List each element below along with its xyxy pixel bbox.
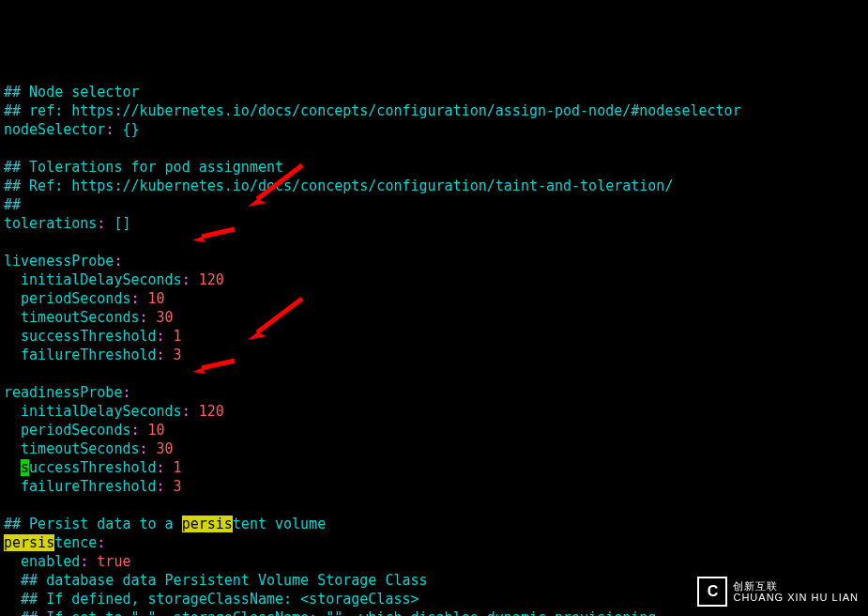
code-line: successThreshold: 1 (4, 328, 182, 345)
yaml-value: 3 (165, 478, 182, 495)
code-line: persistence: (4, 534, 105, 551)
yaml-value: {} (114, 121, 139, 138)
yaml-key: tolerations (4, 215, 97, 232)
code-line: periodSeconds: 10 (4, 290, 165, 307)
yaml-colon: : (182, 271, 190, 288)
yaml-value: 30 (148, 309, 174, 326)
yaml-colon: : (157, 478, 165, 495)
comment-text: ## Persist data to a (4, 516, 182, 532)
code-line: timeoutSeconds: 30 (4, 309, 174, 326)
yaml-colon: : (97, 534, 105, 551)
code-line: tolerations: [] (4, 215, 130, 232)
yaml-colon: : (182, 403, 190, 420)
yaml-value: 3 (165, 346, 182, 363)
yaml-colon: : (122, 384, 130, 401)
code-line: failureThreshold: 3 (4, 478, 182, 495)
yaml-value: 1 (165, 459, 182, 476)
yaml-indent (4, 459, 21, 476)
yaml-colon: : (157, 346, 165, 363)
yaml-key: enabled (4, 553, 80, 570)
code-line: ## (4, 196, 21, 213)
code-line: ## If set to "-", storageClassName: "", … (4, 609, 656, 616)
yaml-key: tence (54, 534, 97, 551)
yaml-colon: : (130, 422, 139, 439)
yaml-key: failureThreshold (4, 478, 157, 495)
yaml-value: [] (105, 215, 130, 232)
yaml-key: periodSeconds (4, 290, 130, 307)
editor-cursor: s (21, 459, 29, 476)
watermark-logo: C 创新互联 CHUANG XIN HU LIAN (697, 577, 859, 607)
code-line: timeoutSeconds: 30 (4, 440, 174, 457)
terminal-code-editor[interactable]: ## Node selector ## ref: https://kuberne… (4, 83, 864, 616)
code-line: successThreshold: 1 (4, 459, 182, 476)
yaml-key: successThreshold (4, 328, 157, 345)
code-line: ## ref: https://kubernetes.io/docs/conce… (4, 102, 741, 119)
code-line: ## database data Persistent Volume Stora… (4, 572, 428, 589)
code-line: ## If defined, storageClassName: <storag… (4, 591, 419, 608)
code-line: ## Tolerations for pod assignment (4, 159, 283, 176)
yaml-value: 120 (190, 271, 224, 288)
yaml-value: 10 (140, 422, 165, 439)
yaml-colon: : (80, 553, 88, 570)
yaml-key: failureThreshold (4, 346, 157, 363)
yaml-value: 1 (165, 328, 182, 345)
code-line: ## Ref: https://kubernetes.io/docs/conce… (4, 177, 673, 194)
code-line: initialDelaySeconds: 120 (4, 271, 224, 288)
code-line: ## Persist data to a persistent volume (4, 516, 326, 532)
logo-text-en: CHUANG XIN HU LIAN (733, 592, 859, 603)
search-highlight: persis (182, 516, 233, 532)
yaml-key: nodeSelector (4, 121, 105, 138)
yaml-value: 10 (140, 290, 165, 307)
yaml-key: timeoutSeconds (4, 440, 140, 457)
yaml-key: initialDelaySeconds (4, 403, 182, 420)
yaml-key: initialDelaySeconds (4, 271, 182, 288)
search-highlight: persis (4, 534, 54, 551)
code-line: livenessProbe: (4, 253, 122, 270)
yaml-colon: : (140, 309, 148, 326)
yaml-colon: : (157, 459, 165, 476)
yaml-key: timeoutSeconds (4, 309, 140, 326)
code-line: ## Node selector (4, 84, 140, 100)
logo-icon: C (697, 577, 727, 607)
code-line: periodSeconds: 10 (4, 422, 165, 439)
yaml-value: true (88, 553, 130, 570)
comment-text: tent volume (233, 516, 326, 532)
yaml-key: readinessProbe (4, 384, 122, 401)
yaml-key: uccessThreshold (29, 459, 156, 476)
yaml-colon: : (130, 290, 139, 307)
code-line: nodeSelector: {} (4, 121, 140, 138)
code-line: enabled: true (4, 553, 130, 570)
yaml-key: periodSeconds (4, 422, 130, 439)
yaml-value: 30 (148, 440, 174, 457)
logo-text-cn: 创新互联 (733, 580, 859, 592)
yaml-key: livenessProbe (4, 253, 114, 270)
yaml-colon: : (114, 253, 122, 270)
code-line: initialDelaySeconds: 120 (4, 403, 224, 420)
yaml-colon: : (140, 440, 148, 457)
yaml-value: 120 (190, 403, 224, 420)
code-line: failureThreshold: 3 (4, 346, 182, 363)
yaml-colon: : (157, 328, 165, 345)
code-line: readinessProbe: (4, 384, 130, 401)
